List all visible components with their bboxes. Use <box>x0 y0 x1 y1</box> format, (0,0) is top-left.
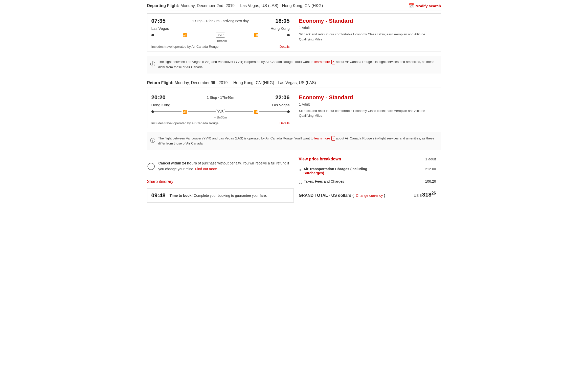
return-route-line-seg4 <box>259 111 287 112</box>
return-info-icon: ⓘ <box>150 136 155 144</box>
return-notice: ⓘ The flight between Vancouver (YVR) and… <box>147 132 441 150</box>
grand-total-cents: 26 <box>432 191 436 195</box>
departing-depart-time: 07:35 <box>151 18 166 24</box>
return-operator: Includes travel operated by Air Canada R… <box>151 121 290 125</box>
modify-search-button[interactable]: 📅 Modify search <box>409 3 441 9</box>
timer-text: Time to book! Complete your booking to g… <box>170 193 267 198</box>
departing-destination: Hong Kong <box>270 26 289 31</box>
price-breakdown-panel: View price breakdown 1 adult ➤ Air Trans… <box>294 154 441 205</box>
route-end-dot <box>287 34 290 36</box>
return-times-row: 20:20 1 Stop - 17hr46m 22:06 <box>151 94 290 101</box>
return-external-link-icon: ↗ <box>331 136 335 141</box>
share-itinerary-link[interactable]: Share itinerary <box>147 179 173 184</box>
return-stop-badge: YVR <box>216 109 225 114</box>
taxes-label: ☷ Taxes, Fees and Charges <box>299 179 423 185</box>
return-arrive-time: 22:06 <box>275 94 289 101</box>
return-route-line-seg3 <box>225 111 253 112</box>
taxes-icon: ☷ <box>299 180 302 185</box>
wifi-icon-2: 📶 <box>253 33 259 37</box>
page-header: Departing Flight: Monday, December 2nd, … <box>147 0 441 11</box>
departing-flight-details: 07:35 1 Stop - 18hr30m - arriving next d… <box>147 14 294 52</box>
departing-learn-more-link[interactable]: learn more ↗ <box>314 60 336 64</box>
return-flight-details: 20:20 1 Stop - 17hr46m 22:06 Hong Kong L… <box>147 90 294 128</box>
departing-details-link[interactable]: Details <box>280 45 290 48</box>
grand-total-row: GRAND TOTAL - US dollars ( Change curren… <box>299 188 436 198</box>
route-start-dot <box>151 34 154 36</box>
departing-notice-text: The flight between Las Vegas (LAS) and V… <box>158 59 438 70</box>
return-destination: Las Vegas <box>272 103 289 107</box>
route-line-seg1 <box>154 35 182 35</box>
departing-stop-badge: YVR <box>216 33 225 38</box>
bottom-area: ◯ Cancel within 24 hours of purchase wit… <box>147 154 441 205</box>
clock-icon: ◯ <box>147 160 155 172</box>
return-layover: + 3hr35m <box>151 116 290 119</box>
return-flight-section: 20:20 1 Stop - 17hr46m 22:06 Hong Kong L… <box>147 90 441 128</box>
timer-box: 09:48 Time to book! Complete your bookin… <box>147 188 294 203</box>
air-transport-amount: 212.00 <box>425 167 436 171</box>
return-notice-text: The flight between Vancouver (YVR) and L… <box>158 136 438 147</box>
info-icon: ⓘ <box>150 60 155 68</box>
return-learn-more-link[interactable]: learn more ↗ <box>314 136 336 140</box>
departing-operator: Includes travel operated by Air Canada R… <box>151 45 290 48</box>
find-out-more-link[interactable]: Find out more <box>195 167 217 171</box>
return-stop-info: 1 Stop - 17hr46m <box>207 95 234 100</box>
return-details-link[interactable]: Details <box>280 121 290 125</box>
return-route-end-dot <box>287 110 290 113</box>
departing-cabin-class: Economy - Standard <box>299 18 436 24</box>
price-breakdown-header: View price breakdown 1 adult <box>299 157 436 161</box>
one-adult-label: 1 adult <box>425 157 436 161</box>
taxes-row: ☷ Taxes, Fees and Charges 106.26 <box>299 177 436 187</box>
change-currency-link[interactable]: Change currency <box>356 193 383 198</box>
grand-total-label: GRAND TOTAL - US dollars ( Change curren… <box>299 193 386 198</box>
route-line-seg3 <box>225 35 253 35</box>
departing-cabin-desc: Sit back and relax in our comfortable Ec… <box>299 32 436 42</box>
return-cabin-info: Economy - Standard 1 Adult Sit back and … <box>294 90 441 128</box>
route-line-seg4 <box>259 35 287 35</box>
timer-countdown: 09:48 <box>151 192 166 199</box>
return-section-header: Return Flight: Monday, December 9th, 201… <box>147 78 441 87</box>
return-cabin-desc: Sit back and relax in our comfortable Ec… <box>299 108 436 118</box>
departing-cabin-info: Economy - Standard 1 Adult Sit back and … <box>294 14 441 52</box>
departing-passengers: 1 Adult <box>299 26 436 30</box>
calendar-icon: 📅 <box>409 3 414 9</box>
departing-stop-info: 1 Stop - 18hr30m - arriving next day <box>192 19 248 23</box>
departing-times-row: 07:35 1 Stop - 18hr30m - arriving next d… <box>151 18 290 24</box>
return-route-line-seg1 <box>154 111 182 112</box>
route-line-seg2 <box>188 35 216 35</box>
return-route-line: 📶 YVR 📶 <box>151 109 290 114</box>
price-breakdown: View price breakdown 1 adult ➤ Air Trans… <box>299 157 436 198</box>
departing-notice: ⓘ The flight between Las Vegas (LAS) and… <box>147 56 441 74</box>
air-transport-label: ➤ Air Transportation Charges (Including … <box>299 167 423 175</box>
cancel-policy: ◯ Cancel within 24 hours of purchase wit… <box>147 157 294 175</box>
departing-cities-row: Las Vegas Hong Kong <box>151 26 290 31</box>
bottom-left-panel: ◯ Cancel within 24 hours of purchase wit… <box>147 154 294 205</box>
departing-flight-section: 07:35 1 Stop - 18hr30m - arriving next d… <box>147 13 441 52</box>
departing-origin: Las Vegas <box>151 26 169 31</box>
external-link-icon: ↗ <box>331 60 335 64</box>
view-breakdown-link[interactable]: View price breakdown <box>299 157 341 161</box>
cancel-policy-text: Cancel within 24 hours of purchase witho… <box>159 160 294 172</box>
departing-arrive-time: 18:05 <box>275 18 289 24</box>
taxes-amount: 106.26 <box>425 179 436 183</box>
return-cities-row: Hong Kong Las Vegas <box>151 103 290 107</box>
return-wifi-icon-2: 📶 <box>253 110 259 114</box>
return-cabin-class: Economy - Standard <box>299 94 436 101</box>
departing-route-line: 📶 YVR 📶 <box>151 33 290 38</box>
return-route-start-dot <box>151 110 154 113</box>
wifi-icon-1: 📶 <box>182 33 188 37</box>
departing-layover: + 1hr56m <box>151 39 290 43</box>
plane-icon: ➤ <box>299 167 302 172</box>
currency-label: US $ <box>414 193 422 198</box>
return-wifi-icon-1: 📶 <box>182 110 188 114</box>
departing-header-title: Departing Flight: Monday, December 2nd, … <box>147 4 323 8</box>
return-route-line-seg2 <box>188 111 216 112</box>
return-passengers: 1 Adult <box>299 102 436 106</box>
air-transport-row: ➤ Air Transportation Charges (Including … <box>299 165 436 177</box>
return-depart-time: 20:20 <box>151 94 166 101</box>
grand-total-amount: US $31826 <box>414 191 436 198</box>
return-origin: Hong Kong <box>151 103 170 107</box>
